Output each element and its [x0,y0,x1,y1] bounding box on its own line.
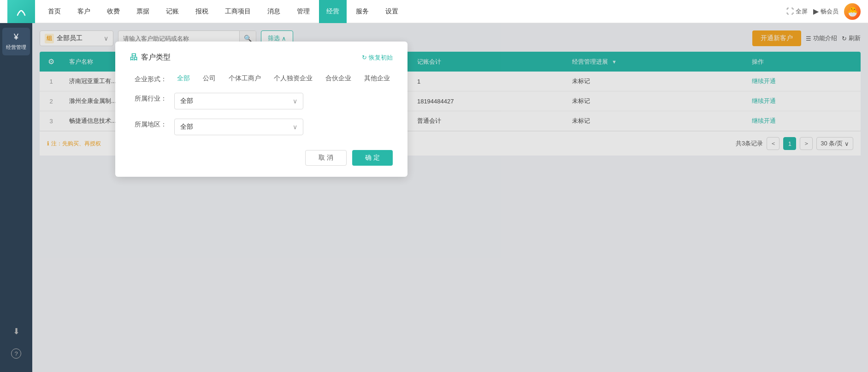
region-select-value: 全部 [180,123,193,131]
nav-item-invoice[interactable]: 票据 [129,0,157,23]
help-button[interactable]: ? [7,344,25,363]
enterprise-form-label: 企业形式： [130,73,167,84]
app-logo [7,0,35,23]
vip-label: 畅会员 [821,7,838,16]
nav-item-account[interactable]: 记账 [159,0,186,23]
nav-item-service[interactable]: 服务 [348,0,376,23]
region-select-arrow-icon: ∨ [293,123,297,131]
industry-select-value: 全部 [180,97,193,105]
filter-modal: 品 客户类型 ↻ 恢复初始 企业形式： 全部 公司 个体工商户 个人独资企业 合… [115,42,407,177]
vip-button[interactable]: ▶ 畅会员 [813,7,838,16]
modal-title: 品 客户类型 [130,53,171,62]
modal-header: 品 客户类型 ↻ 恢复初始 [130,53,393,62]
nav-item-operation[interactable]: 经营 [319,0,347,23]
nav-item-industry[interactable]: 工商项目 [218,0,258,23]
nav-item-fee[interactable]: 收费 [100,0,127,23]
region-select-container: 全部 ∨ [174,119,393,135]
option-sole[interactable]: 个人独资企业 [271,73,315,84]
option-individual[interactable]: 个体工商户 [226,73,264,84]
download-icon: ⬇ [13,326,20,336]
option-partnership[interactable]: 合伙企业 [323,73,354,84]
download-button[interactable]: ⬇ [7,322,25,341]
option-all[interactable]: 全部 [174,73,193,84]
industry-row: 所属行业： 全部 ∨ [130,93,393,109]
fullscreen-label: 全屏 [796,7,808,16]
vip-icon: ▶ [813,7,819,16]
industry-label: 所属行业： [130,93,167,103]
enterprise-form-options: 全部 公司 个体工商户 个人独资企业 合伙企业 其他企业 [174,73,393,84]
reset-button[interactable]: ↻ 恢复初始 [362,54,393,62]
sidebar-bottom: ⬇ ? [7,322,25,372]
reset-label: 恢复初始 [369,54,393,62]
fullscreen-button[interactable]: ⛶ 全屏 [786,7,808,16]
sidebar-item-operation-manage[interactable]: ¥ 经营管理 [2,28,30,55]
confirm-button[interactable]: 确 定 [352,150,393,166]
help-icon: ? [11,348,21,359]
modal-footer: 取 消 确 定 [130,150,393,166]
option-group: 全部 公司 个体工商户 个人独资企业 合伙企业 其他企业 [174,73,393,84]
modal-title-icon: 品 [130,53,137,62]
modal-title-text: 客户类型 [141,53,171,62]
fullscreen-icon: ⛶ [786,7,794,16]
industry-select[interactable]: 全部 ∨ [174,93,303,109]
sidebar-item-label: 经营管理 [6,44,26,51]
top-nav: 首页 客户 收费 票据 记账 报税 工商项目 消息 管理 经营 服务 设置 ⛶ … [0,0,868,23]
avatar[interactable]: 🐣 [844,3,861,20]
yuan-icon: ¥ [14,32,18,42]
enterprise-form-row: 企业形式： 全部 公司 个体工商户 个人独资企业 合伙企业 其他企业 [130,73,393,84]
region-label: 所属地区： [130,119,167,129]
nav-items: 首页 客户 收费 票据 记账 报税 工商项目 消息 管理 经营 服务 设置 [41,0,786,23]
reset-icon: ↻ [362,54,367,61]
region-row: 所属地区： 全部 ∨ [130,119,393,135]
option-other[interactable]: 其他企业 [361,73,393,84]
option-company[interactable]: 公司 [200,73,218,84]
nav-item-settings[interactable]: 设置 [378,0,406,23]
nav-item-home[interactable]: 首页 [41,0,68,23]
modal-overlay: 品 客户类型 ↻ 恢复初始 企业形式： 全部 公司 个体工商户 个人独资企业 合… [32,23,868,372]
nav-item-tax[interactable]: 报税 [188,0,216,23]
nav-right: ⛶ 全屏 ▶ 畅会员 🐣 [786,3,861,20]
nav-item-customer[interactable]: 客户 [70,0,98,23]
industry-select-container: 全部 ∨ [174,93,393,109]
region-select[interactable]: 全部 ∨ [174,119,303,135]
nav-item-message[interactable]: 消息 [260,0,288,23]
cancel-button[interactable]: 取 消 [305,150,347,166]
nav-item-manage[interactable]: 管理 [289,0,317,23]
industry-select-arrow-icon: ∨ [293,97,297,105]
sidebar: ¥ 经营管理 ⬇ ? [0,23,32,372]
